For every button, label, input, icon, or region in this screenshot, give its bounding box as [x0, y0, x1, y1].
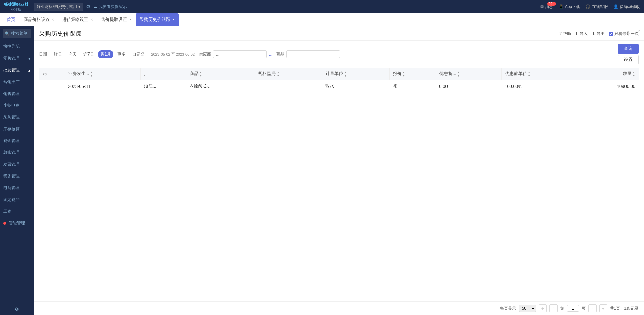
sidebar-item-quick-nav[interactable]: 快捷导航	[0, 41, 34, 53]
tab-cost-strategy[interactable]: 进价策略设置 ×	[58, 13, 97, 26]
date-btn-today[interactable]: 今天	[66, 50, 79, 58]
first-page-btn[interactable]: ⏮	[539, 304, 547, 312]
user-btn[interactable]: 👤 徐泽华修改	[613, 4, 640, 10]
sidebar-item-retail[interactable]: 零售管理 ▾	[0, 53, 34, 64]
page-header: 采购历史价跟踪 ? 帮助 ⬆ 导入 ⬇ 导出 只看最后一次	[34, 26, 644, 41]
table-row: 1 2023-05-31 浙江... 丙烯酸-2-... 散水 吨 0.00 1…	[39, 80, 639, 92]
close-window-btn[interactable]: ×	[622, 26, 633, 37]
col-gear[interactable]: ⚙	[39, 68, 51, 80]
sales-label: 销售管理	[3, 91, 20, 97]
col-qty[interactable]: 数量▲▼	[579, 68, 639, 80]
content-area: × ⤢ 采购历史价跟踪 ? 帮助 ⬆ 导入 ⬇ 导出	[34, 26, 644, 315]
supplier-filter: 供应商 ...	[199, 50, 272, 58]
import-btn[interactable]: ⬆ 导入	[575, 31, 588, 37]
tax-label: 税务管理	[3, 173, 20, 179]
capital-label: 资金管理	[3, 138, 20, 144]
export-btn[interactable]: ⬇ 导出	[592, 31, 605, 37]
marketing-label: 营销推广	[3, 79, 20, 85]
demo-link[interactable]: ☁ 我要看实例演示	[93, 4, 127, 10]
goods-label: 商品	[276, 51, 284, 57]
date-btn-yesterday[interactable]: 昨天	[51, 50, 65, 58]
tab-price-settings[interactable]: 商品价格设置 ×	[20, 13, 58, 26]
col-spec[interactable]: 规格型号▲▼	[255, 68, 322, 80]
search-menu-btn[interactable]: 🔍 搜索菜单	[3, 29, 31, 38]
cloud-icon: ☁	[93, 4, 97, 9]
query-btn[interactable]: 查询	[618, 44, 639, 54]
sidebar-item-fixed-assets[interactable]: 固定资产	[0, 194, 34, 206]
sidebar-item-smart[interactable]: 智能管理	[0, 217, 34, 229]
date-btn-7days[interactable]: 近7天	[81, 50, 97, 58]
col-date[interactable]: 业务发生...▲▼	[65, 68, 141, 80]
maximize-window-btn[interactable]: ⤢	[633, 26, 644, 37]
header-left: 畅捷通好业财 标准版 好业财标准版交付试用 ▾ ⚙ ☁ 我要看实例演示	[4, 2, 127, 12]
sidebar-item-inventory[interactable]: 库存核算	[0, 123, 34, 135]
sidebar: 🔍 搜索菜单 快捷导航 零售管理 ▾ 批发管理 ▴ 营销推广 销售管理 小畅电商…	[0, 26, 34, 315]
online-service-btn[interactable]: 🎧 在线客服	[585, 4, 608, 10]
sidebar-search-area[interactable]: 🔍 搜索菜单	[0, 26, 34, 41]
tab-close-sale[interactable]: ×	[129, 17, 132, 22]
col-original-price[interactable]: 优惠前单价▲▼	[501, 68, 579, 80]
next-page-btn[interactable]: ›	[588, 304, 597, 312]
settings-icon[interactable]: ⚙	[86, 4, 91, 9]
last-page-btn[interactable]: ⏭	[599, 304, 607, 312]
sidebar-item-ecommerce[interactable]: 电商管理	[0, 182, 34, 194]
filter-settings-btn[interactable]: 设置	[618, 55, 639, 64]
user-icon: 👤	[613, 4, 618, 9]
tab-close-cost[interactable]: ×	[91, 17, 93, 22]
tab-close-purchase[interactable]: ×	[172, 17, 175, 22]
supplier-input[interactable]	[213, 50, 267, 58]
sidebar-item-tax[interactable]: 税务管理	[0, 170, 34, 182]
app-download-btn[interactable]: 📱 App下载	[559, 4, 580, 10]
smart-label: 智能管理	[3, 220, 25, 226]
sidebar-item-wholesale[interactable]: 批发管理 ▴	[0, 64, 34, 76]
prev-page-btn[interactable]: ‹	[549, 304, 558, 312]
row-seq: 1	[51, 80, 65, 92]
tab-home[interactable]: 首页	[3, 13, 20, 26]
chevron-down-icon: ▾	[28, 56, 30, 61]
purchase-label: 采购管理	[3, 114, 20, 120]
general-ledger-label: 总账管理	[3, 150, 20, 155]
filter-actions: 查询 设置	[618, 44, 639, 64]
sidebar-gear-btn[interactable]: ⚙	[0, 303, 34, 315]
tab-purchase-history[interactable]: 采购历史价跟踪 ×	[136, 13, 179, 26]
app-sub: 标准版	[11, 7, 21, 12]
export-icon: ⬇	[592, 31, 595, 36]
col-goods[interactable]: 商品▲▼	[186, 68, 255, 80]
row-gear	[39, 80, 51, 92]
col-price[interactable]: 报价▲▼	[389, 68, 436, 80]
tab-sale-extract[interactable]: 售价提取设置 ×	[97, 13, 136, 26]
last-only-checkbox[interactable]	[609, 32, 613, 36]
page-label-pre: 第	[560, 306, 564, 311]
sidebar-item-salary[interactable]: 工资	[0, 206, 34, 217]
sidebar-item-general-ledger[interactable]: 总账管理	[0, 147, 34, 159]
row-price-unit: 吨	[389, 80, 436, 92]
sidebar-item-invoice[interactable]: 发票管理	[0, 159, 34, 170]
message-icon: ✉	[540, 4, 544, 9]
col-more[interactable]: ...	[141, 68, 186, 80]
quick-nav-label: 快捷导航	[3, 44, 20, 49]
date-btn-custom[interactable]: 自定义	[130, 50, 147, 58]
col-discount[interactable]: 优惠折...▲▼	[436, 68, 501, 80]
help-btn[interactable]: ? 帮助	[559, 31, 571, 37]
date-btn-more[interactable]: 更多	[115, 50, 128, 58]
supplier-more-btn[interactable]: ...	[269, 52, 272, 57]
sidebar-item-marketing[interactable]: 营销推广	[0, 76, 34, 88]
date-btn-1month[interactable]: 近1月	[98, 50, 114, 58]
page-input[interactable]	[567, 305, 579, 312]
sidebar-item-sales[interactable]: 销售管理	[0, 88, 34, 100]
goods-input[interactable]	[286, 50, 340, 58]
sidebar-item-capital[interactable]: 资金管理	[0, 135, 34, 147]
message-btn[interactable]: ✉ 消息 99+	[540, 4, 553, 10]
table-body: 1 2023-05-31 浙江... 丙烯酸-2-... 散水 吨 0.00 1…	[39, 80, 639, 92]
retail-label: 零售管理	[3, 56, 20, 61]
salary-label: 工资	[3, 209, 11, 214]
tab-close-price[interactable]: ×	[52, 17, 54, 22]
goods-more-btn[interactable]: ...	[342, 52, 346, 57]
per-page-select[interactable]: 50 10 20 100	[519, 305, 536, 312]
row-discount: 100.00%	[501, 80, 579, 92]
col-unit[interactable]: 计量单位▲▼	[322, 68, 389, 80]
import-icon: ⬆	[575, 31, 578, 36]
sidebar-item-ecommerce-small[interactable]: 小畅电商	[0, 100, 34, 111]
version-selector[interactable]: 好业财标准版交付试用 ▾	[34, 3, 83, 11]
sidebar-item-purchase[interactable]: 采购管理	[0, 111, 34, 123]
